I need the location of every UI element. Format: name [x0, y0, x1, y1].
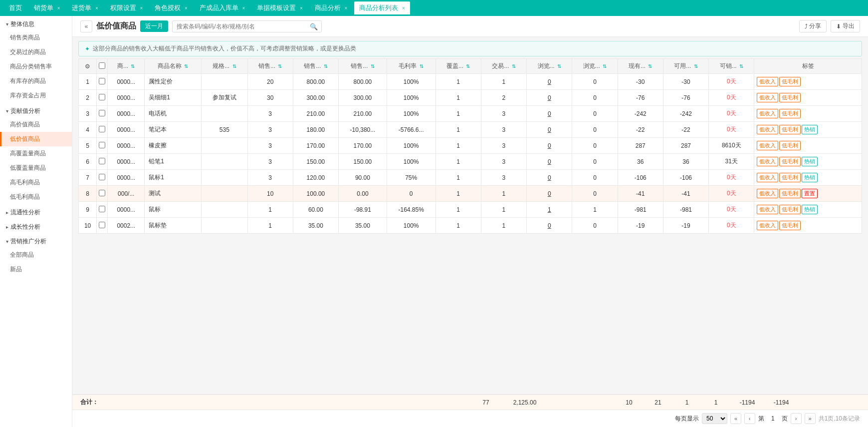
sidebar-item-sales-products[interactable]: 销售类商品 [0, 30, 72, 45]
td-name[interactable]: 橡皮擦 [145, 138, 202, 154]
nav-permissions[interactable]: 权限设置 × [105, 1, 148, 14]
th-sales2[interactable]: 销售... ⇅ [293, 59, 338, 74]
td-checkbox[interactable] [97, 106, 108, 122]
last-page-button[interactable]: » [805, 413, 816, 424]
browse1-link[interactable]: 1 [548, 206, 551, 213]
nav-products-close[interactable]: × [242, 5, 245, 11]
row-checkbox[interactable] [99, 158, 105, 164]
sidebar-item-high-coverage[interactable]: 高覆盖量商品 [0, 146, 72, 161]
browse1-link[interactable]: 0 [548, 78, 551, 85]
nav-analysis[interactable]: 商品分析 × [310, 1, 352, 14]
sidebar-section-growth[interactable]: ▸ 成长性分析 [0, 219, 72, 233]
th-browse2[interactable]: 浏览... ⇅ [572, 59, 618, 74]
browse1-link[interactable]: 0 [548, 94, 551, 101]
td-browse1[interactable]: 0 [527, 122, 572, 138]
sidebar-item-high-profit[interactable]: 高毛利商品 [0, 175, 72, 190]
row-checkbox[interactable] [99, 110, 105, 116]
td-browse1[interactable]: 0 [527, 170, 572, 186]
th-settings[interactable]: ⚙ [79, 59, 97, 74]
row-checkbox[interactable] [99, 222, 105, 228]
sidebar-item-category-rate[interactable]: 商品分类销售率 [0, 59, 72, 74]
nav-home[interactable]: 首页 [4, 1, 27, 14]
th-current[interactable]: 现有... ⇅ [618, 59, 663, 74]
th-checkbox[interactable] [97, 59, 108, 74]
sidebar-section-contribution[interactable]: ▾ 贡献值分析 [0, 103, 72, 117]
td-browse1[interactable]: 0 [527, 154, 572, 170]
next-page-button[interactable]: › [791, 413, 802, 424]
th-code[interactable]: 商... ⇅ [108, 59, 145, 74]
td-browse1[interactable]: 0 [527, 74, 572, 90]
td-browse1[interactable]: 0 [527, 138, 572, 154]
th-gross[interactable]: 毛利率 ⇅ [387, 59, 435, 74]
nav-analysis-list-close[interactable]: × [402, 5, 405, 11]
per-page-select[interactable]: 50 100 200 [702, 413, 727, 424]
browse1-link[interactable]: 0 [548, 222, 551, 229]
nav-roles-close[interactable]: × [185, 5, 188, 11]
td-browse1[interactable]: 0 [527, 186, 572, 202]
row-checkbox[interactable] [99, 190, 105, 196]
browse1-link[interactable]: 0 [548, 174, 551, 181]
browse1-link[interactable]: 0 [548, 158, 551, 165]
td-checkbox[interactable] [97, 74, 108, 90]
th-sellable[interactable]: 可销... ⇅ [709, 59, 754, 74]
td-checkbox[interactable] [97, 202, 108, 218]
sidebar-section-circulation[interactable]: ▸ 流通性分析 [0, 204, 72, 219]
nav-purchase[interactable]: 进货单 × [67, 1, 103, 14]
nav-products[interactable]: 产成品入库单 × [195, 1, 250, 14]
sidebar-item-low-value[interactable]: 低价值商品 [0, 132, 72, 146]
nav-sales[interactable]: 销货单 × [29, 1, 65, 14]
collapse-sidebar-button[interactable]: « [80, 20, 92, 32]
sidebar-item-capital[interactable]: 库存资金占用 [0, 88, 72, 103]
row-checkbox[interactable] [99, 94, 105, 100]
export-button[interactable]: ⬇ 导出 [831, 20, 860, 32]
nav-roles[interactable]: 角色授权 × [150, 1, 192, 14]
nav-template-close[interactable]: × [300, 5, 303, 11]
td-browse1[interactable]: 0 [527, 218, 572, 234]
browse1-link[interactable]: 0 [548, 142, 551, 149]
td-name[interactable]: 鼠标1 [145, 170, 202, 186]
td-browse1[interactable]: 0 [527, 90, 572, 106]
sidebar-item-all-products[interactable]: 全部商品 [0, 248, 72, 262]
row-checkbox[interactable] [99, 126, 105, 132]
th-available[interactable]: 可用... ⇅ [663, 59, 708, 74]
td-name[interactable]: 电话机 [145, 106, 202, 122]
td-checkbox[interactable] [97, 186, 108, 202]
sidebar-item-new-products[interactable]: 新品 [0, 262, 72, 277]
td-name[interactable]: 属性定价 [145, 74, 202, 90]
search-icon[interactable]: 🔍 [310, 22, 318, 30]
nav-purchase-close[interactable]: × [95, 5, 98, 11]
td-name[interactable]: 笔记本 [145, 122, 202, 138]
td-name[interactable]: 鼠标 [145, 202, 202, 218]
th-sales1[interactable]: 销售... ⇅ [247, 59, 293, 74]
search-input[interactable] [172, 20, 322, 32]
sidebar-section-marketing[interactable]: ▾ 营销推广分析 [0, 233, 72, 248]
sidebar-item-low-coverage[interactable]: 低覆盖量商品 [0, 161, 72, 175]
nav-analysis-close[interactable]: × [344, 5, 347, 11]
sidebar-item-low-profit[interactable]: 低毛利商品 [0, 190, 72, 204]
sidebar-item-traded[interactable]: 交易过的商品 [0, 45, 72, 59]
nav-permissions-close[interactable]: × [140, 5, 143, 11]
row-checkbox[interactable] [99, 206, 105, 212]
row-checkbox[interactable] [99, 142, 105, 148]
td-name[interactable]: 鼠标垫 [145, 218, 202, 234]
td-checkbox[interactable] [97, 218, 108, 234]
td-name[interactable]: 吴细细1 [145, 90, 202, 106]
sidebar-section-overall[interactable]: ▾ 整体信息 [0, 16, 72, 30]
sidebar-item-stock[interactable]: 有库存的商品 [0, 74, 72, 88]
row-checkbox[interactable] [99, 174, 105, 180]
table-wrapper[interactable]: ⚙ 商... ⇅ 商品名称 ⇅ 规格... ⇅ 销售... ⇅ 销售... ⇅ … [78, 58, 862, 394]
th-trade[interactable]: 交易... ⇅ [481, 59, 526, 74]
select-all-checkbox[interactable] [99, 62, 105, 69]
nav-analysis-list[interactable]: 商品分析列表 × [354, 1, 410, 14]
first-page-button[interactable]: « [730, 413, 741, 424]
sidebar-item-high-value[interactable]: 高价值商品 [0, 117, 72, 132]
td-checkbox[interactable] [97, 138, 108, 154]
th-browse1[interactable]: 浏览... ⇅ [527, 59, 572, 74]
td-name[interactable]: 测试 [145, 186, 202, 202]
td-browse1[interactable]: 1 [527, 202, 572, 218]
th-name[interactable]: 商品名称 ⇅ [145, 59, 202, 74]
td-checkbox[interactable] [97, 170, 108, 186]
prev-page-button[interactable]: ‹ [744, 413, 755, 424]
browse1-link[interactable]: 0 [548, 110, 551, 117]
td-browse1[interactable]: 0 [527, 106, 572, 122]
